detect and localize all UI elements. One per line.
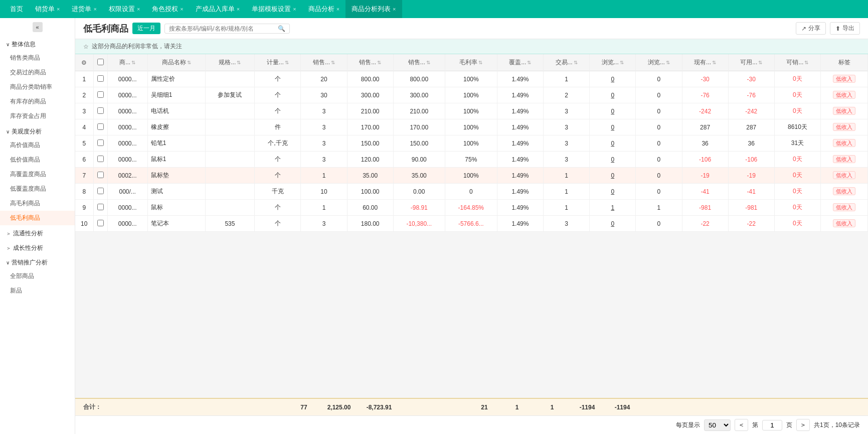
sidebar-item-low-value[interactable]: 低价值商品 bbox=[0, 153, 75, 167]
row-checkbox[interactable] bbox=[97, 123, 104, 130]
main-content: 低毛利商品 近一月 🔍 ↗ 分享 ⬆ 导出 ☆ 这部分商品的利润非常低，请关注 bbox=[75, 18, 868, 434]
time-filter-button[interactable]: 近一月 bbox=[132, 23, 160, 34]
row-checkbox[interactable] bbox=[97, 188, 104, 194]
td-checkbox[interactable] bbox=[93, 168, 107, 184]
row-checkbox[interactable] bbox=[97, 75, 104, 82]
td-checkbox[interactable] bbox=[93, 71, 107, 87]
next-page-button[interactable]: ＞ bbox=[796, 419, 810, 431]
top-nav: 首页 销货单 × 进货单 × 权限设置 × 角色授权 × 产成品入库单 × 单据… bbox=[0, 0, 868, 18]
td-checkbox[interactable] bbox=[93, 103, 107, 119]
td-sales-amount: 0.00 bbox=[393, 184, 445, 200]
nav-item-analysis-list[interactable]: 商品分析列表 × bbox=[345, 0, 402, 18]
nav-item-products[interactable]: 产成品入库单 × bbox=[190, 0, 246, 18]
td-sales-amount: 170.00 bbox=[393, 119, 445, 135]
row-checkbox[interactable] bbox=[97, 220, 104, 226]
td-gross-margin: -5766.6... bbox=[445, 216, 497, 232]
prev-page-button[interactable]: ＜ bbox=[735, 419, 748, 431]
close-icon[interactable]: × bbox=[180, 6, 183, 12]
td-browse1[interactable]: 0 bbox=[590, 103, 636, 119]
td-browse1[interactable]: 1 bbox=[590, 200, 636, 216]
footer-sales-price: 2,125.00 bbox=[319, 404, 359, 411]
share-button[interactable]: ↗ 分享 bbox=[796, 22, 826, 35]
nav-item-permissions[interactable]: 权限设置 × bbox=[103, 0, 146, 18]
td-browse1[interactable]: 0 bbox=[590, 168, 636, 184]
select-all-checkbox[interactable] bbox=[97, 59, 104, 65]
col-spec: 规格...⇅ bbox=[205, 54, 255, 71]
nav-item-purchase[interactable]: 进货单 × bbox=[66, 0, 102, 18]
search-icon[interactable]: 🔍 bbox=[278, 25, 285, 32]
nav-item-sales[interactable]: 销货单 × bbox=[29, 0, 66, 18]
sidebar-item-category-rate[interactable]: 商品分类助销率 bbox=[0, 80, 75, 94]
export-button[interactable]: ⬆ 导出 bbox=[830, 22, 860, 35]
close-icon[interactable]: × bbox=[336, 6, 339, 12]
td-unit: 件 bbox=[255, 119, 301, 135]
close-icon[interactable]: × bbox=[57, 6, 60, 12]
close-icon[interactable]: × bbox=[393, 6, 396, 12]
td-checkbox[interactable] bbox=[93, 119, 107, 135]
td-tag: 低收入 bbox=[821, 152, 868, 168]
sidebar-item-traded-goods[interactable]: 交易过的商品 bbox=[0, 65, 75, 80]
sidebar-item-sales-goods[interactable]: 销售类商品 bbox=[0, 51, 75, 65]
sidebar-item-all-goods[interactable]: 全部商品 bbox=[0, 269, 75, 283]
sidebar-item-low-coverage[interactable]: 低覆盖度商品 bbox=[0, 182, 75, 196]
table-row: 2 0000... 吴细细1 参加复试 个 30 300.00 300.00 1… bbox=[75, 87, 868, 103]
close-icon[interactable]: × bbox=[93, 6, 96, 12]
sidebar-item-high-coverage[interactable]: 高覆盖度商品 bbox=[0, 167, 75, 182]
td-browse1[interactable]: 0 bbox=[590, 135, 636, 152]
col-checkbox bbox=[93, 54, 107, 71]
td-browse2: 0 bbox=[636, 119, 682, 135]
td-checkbox[interactable] bbox=[93, 135, 107, 152]
per-page-select[interactable]: 50 100 200 bbox=[704, 419, 731, 431]
td-browse1[interactable]: 0 bbox=[590, 152, 636, 168]
td-transaction: 1 bbox=[544, 168, 590, 184]
td-index: 6 bbox=[75, 152, 93, 168]
td-available: -981 bbox=[728, 200, 774, 216]
footer-available: -1194 bbox=[605, 404, 640, 411]
row-checkbox[interactable] bbox=[97, 156, 104, 162]
td-checkbox[interactable] bbox=[93, 216, 107, 232]
row-checkbox[interactable] bbox=[97, 204, 104, 210]
sidebar-group-growth[interactable]: ＞ 成长性分析 bbox=[0, 240, 75, 254]
sidebar-item-new-goods[interactable]: 新品 bbox=[0, 283, 75, 298]
search-input[interactable] bbox=[169, 25, 278, 32]
td-index: 7 bbox=[75, 168, 93, 184]
nav-item-analysis[interactable]: 商品分析 × bbox=[302, 0, 345, 18]
sidebar-item-low-margin[interactable]: 低毛利商品 bbox=[0, 211, 75, 225]
close-icon[interactable]: × bbox=[137, 6, 140, 12]
sidebar-group-overall[interactable]: ∨ 整体信息 bbox=[0, 36, 75, 51]
td-checkbox[interactable] bbox=[93, 184, 107, 200]
row-checkbox[interactable] bbox=[97, 172, 104, 178]
td-transaction: 3 bbox=[544, 216, 590, 232]
row-checkbox[interactable] bbox=[97, 91, 104, 98]
sidebar-group-circulation[interactable]: ＞ 流通性分析 bbox=[0, 225, 75, 240]
sidebar-item-stock-capital[interactable]: 库存资金占用 bbox=[0, 109, 75, 123]
td-checkbox[interactable] bbox=[93, 200, 107, 216]
td-browse1[interactable]: 0 bbox=[590, 71, 636, 87]
sidebar-group-marketing[interactable]: ∨ 营销推广分析 bbox=[0, 254, 75, 269]
td-checkbox[interactable] bbox=[93, 87, 107, 103]
sidebar-item-high-value[interactable]: 高价值商品 bbox=[0, 138, 75, 153]
td-checkbox[interactable] bbox=[93, 152, 107, 168]
nav-item-templates[interactable]: 单据模板设置 × bbox=[246, 0, 302, 18]
sidebar-group-aesthetics[interactable]: ∨ 美观度分析 bbox=[0, 123, 75, 138]
col-settings[interactable]: ⚙ bbox=[75, 54, 93, 71]
page-input[interactable] bbox=[762, 420, 782, 430]
row-checkbox[interactable] bbox=[97, 139, 104, 146]
close-icon[interactable]: × bbox=[293, 6, 296, 12]
td-name: 鼠标 bbox=[147, 200, 205, 216]
tag-badge: 低收入 bbox=[833, 171, 855, 179]
sidebar-collapse-btn[interactable]: « bbox=[33, 22, 43, 32]
td-browse2: 0 bbox=[636, 152, 682, 168]
td-browse1[interactable]: 0 bbox=[590, 87, 636, 103]
td-coverage: 1.49% bbox=[497, 103, 543, 119]
td-browse1[interactable]: 0 bbox=[590, 119, 636, 135]
sidebar-item-in-stock[interactable]: 有库存的商品 bbox=[0, 94, 75, 109]
close-icon[interactable]: × bbox=[237, 6, 240, 12]
td-browse1[interactable]: 0 bbox=[590, 184, 636, 200]
td-sales-amount: 210.00 bbox=[393, 103, 445, 119]
td-browse1[interactable]: 0 bbox=[590, 216, 636, 232]
nav-item-home[interactable]: 首页 bbox=[4, 0, 29, 18]
row-checkbox[interactable] bbox=[97, 107, 104, 114]
nav-item-roles[interactable]: 角色授权 × bbox=[146, 0, 189, 18]
sidebar-item-high-margin[interactable]: 高毛利商品 bbox=[0, 196, 75, 211]
